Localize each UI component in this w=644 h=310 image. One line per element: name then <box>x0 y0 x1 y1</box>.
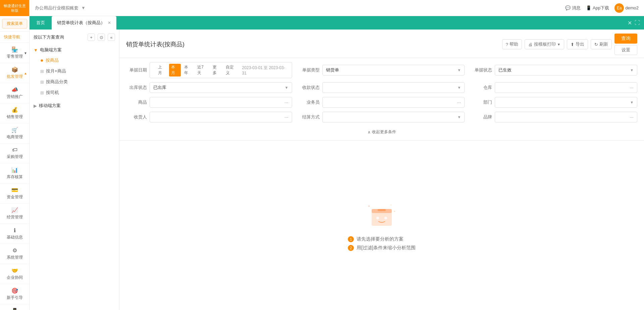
sidebar-item-newguide[interactable]: 🎯 新手引导 <box>0 284 29 304</box>
chevron-right-icon: ▶ <box>34 103 37 108</box>
chevron-down-icon: ▼ <box>457 68 461 72</box>
salesman-label: 业务员 <box>299 99 322 105</box>
date-tab-this-year[interactable]: 本年 <box>182 64 194 76</box>
date-tab-last-month[interactable]: 上月 <box>156 64 168 76</box>
app-download-btn[interactable]: 📱 App下载 <box>586 5 609 11</box>
sidebar-item-wholesale[interactable]: 📦 批发管理 ▲ <box>0 63 29 83</box>
sidebar-item-inventory[interactable]: 📊 库存核算 <box>0 163 29 184</box>
title-actions: ? 帮助 🖨 按模板打印 ▼ ⬆ 导出 ↻ <box>502 39 612 49</box>
scheme-item-by-month-goods[interactable]: ⊞ 按月+商品 <box>30 66 119 76</box>
sidebar-item-retail[interactable]: 🏪 零售管理 ▼ <box>0 43 29 63</box>
avatar: Ea <box>614 3 624 13</box>
warehouse-label: 仓库 <box>471 85 495 91</box>
sidebar-item-system[interactable]: ⚙ 系统管理 <box>0 244 29 264</box>
retail-icon: 🏪 <box>11 46 18 53</box>
basic-info-icon: ℹ <box>14 227 16 234</box>
window-controls: ✕ ⛶ <box>628 20 644 26</box>
sidebar-item-sales[interactable]: 💰 销售管理 <box>0 103 29 123</box>
sidebar-item-enterprise[interactable]: 🤝 企业协同 <box>0 264 29 284</box>
collapse-panel-button[interactable]: « <box>108 34 115 41</box>
query-button[interactable]: 查询 <box>614 34 637 44</box>
svg-text:✦: ✦ <box>368 204 370 208</box>
tab-home[interactable]: 首页 <box>30 16 52 30</box>
template-name: 办公用品行业模拟账套 <box>35 5 78 11</box>
receipt-status-filter[interactable]: ▼ <box>322 82 465 93</box>
scheme-item-by-category[interactable]: ⊞ 按商品分类 <box>30 76 119 87</box>
brand-filter[interactable]: ··· <box>495 112 637 122</box>
empty-illustration: ✦ ✦ ★ <box>362 197 402 231</box>
sidebar-item-app-center[interactable]: 📱 应用中心 <box>0 304 29 310</box>
more-icon: ··· <box>457 100 461 105</box>
topbar-right: 💬 消息 📱 App下载 Ea demo2 <box>565 3 639 13</box>
inventory-icon: 📊 <box>11 167 18 173</box>
marketing-icon: 📣 <box>11 87 18 93</box>
date-tab-more[interactable]: 更多 <box>211 64 222 76</box>
date-filter[interactable]: 上月 本月 本年 近7天 更多 自定义 2023-03-01 至 2023-03… <box>150 62 292 78</box>
svg-text:✦: ✦ <box>393 210 396 213</box>
settings-button[interactable]: 设置 <box>614 45 637 55</box>
settlement-filter[interactable]: ▼ <box>322 112 465 122</box>
collapse-filters-bar[interactable]: ∧ 收起更多条件 <box>126 126 637 136</box>
topbar-left: 办公用品行业模拟账套 ▼ <box>35 5 86 11</box>
doc-status-label: 单据状态 <box>471 67 495 73</box>
content-area: 按以下方案查询 + ⊙ « ▼ 电脑端方案 ● 按商品 ⊞ <box>30 30 644 310</box>
mobile-scheme-group: ▶ 移动端方案 <box>30 99 119 112</box>
svg-point-4 <box>384 217 387 219</box>
pc-scheme-header[interactable]: ▼ 电脑端方案 <box>30 45 119 55</box>
sidebar-item-operations[interactable]: 📈 经营管理 <box>0 204 29 224</box>
print-icon: 🖨 <box>528 42 533 47</box>
edit-scheme-button[interactable]: ⊙ <box>98 34 105 41</box>
tabbar: 首页 销货单统计表（按商品） ✕ ✕ ⛶ <box>30 16 644 30</box>
date-tab-7days[interactable]: 近7天 <box>195 64 209 76</box>
maximize-icon[interactable]: ⛶ <box>635 20 640 26</box>
page-title: 销货单统计表(按商品) <box>126 40 184 48</box>
chevron-down-icon: ▼ <box>630 68 634 72</box>
dept-filter[interactable]: ▼ <box>495 97 637 108</box>
more-icon: ··· <box>284 100 288 105</box>
scheme-item-by-driver[interactable]: ⊞ 按司机 <box>30 87 119 98</box>
sidebar-item-basic-info[interactable]: ℹ 基础信息 <box>0 224 29 244</box>
warehouse-filter[interactable]: ··· <box>495 82 637 93</box>
sales-icon: 💰 <box>11 107 18 113</box>
quick-nav[interactable]: 快捷导航 <box>0 32 29 43</box>
chevron-down-icon: ▼ <box>24 51 27 55</box>
date-tab-custom[interactable]: 自定义 <box>224 64 239 76</box>
empty-state: ✦ ✦ ★ 1 请先选择要分析的方案 2 用[过滤]条件来缩小 <box>348 197 416 254</box>
add-scheme-button[interactable]: + <box>88 34 95 41</box>
message-btn[interactable]: 💬 消息 <box>565 5 581 11</box>
close-window-icon[interactable]: ✕ <box>628 20 632 26</box>
user-menu[interactable]: Ea demo2 <box>614 3 639 13</box>
doc-type-filter[interactable]: 销货单 ▼ <box>322 65 465 75</box>
chevron-down-icon: ▼ <box>457 115 461 119</box>
sidebar-item-ecommerce[interactable]: 🛒 电商管理 <box>0 123 29 144</box>
doc-type-label: 单据类型 <box>299 67 322 73</box>
refresh-button[interactable]: ↻ 刷新 <box>591 39 612 49</box>
grid-icon-1: ⊞ <box>40 69 44 74</box>
wholesale-icon: 📦 <box>11 66 18 73</box>
chevron-up-icon: ▲ <box>24 71 27 75</box>
right-panel: 销货单统计表(按商品) ? 帮助 🖨 按模板打印 ▼ ⬆ <box>119 30 644 310</box>
receipt-status-label: 收款状态 <box>299 85 322 91</box>
salesman-filter[interactable]: ··· <box>322 97 465 108</box>
grid-icon-2: ⊞ <box>40 80 44 85</box>
export-button[interactable]: ⬆ 导出 <box>567 39 588 49</box>
chevron-down-icon: ▼ <box>457 86 461 90</box>
date-tab-this-month[interactable]: 本月 <box>169 64 181 76</box>
date-label: 单据日期 <box>126 67 150 73</box>
sidebar-item-marketing[interactable]: 📣 营销推广 <box>0 83 29 103</box>
goods-filter[interactable]: ··· <box>150 97 292 108</box>
sidebar-item-purchase[interactable]: 🏷 采购管理 <box>0 144 29 163</box>
mobile-scheme-header[interactable]: ▶ 移动端方案 <box>30 101 119 111</box>
refresh-icon: ↻ <box>594 42 598 47</box>
scheme-item-by-goods[interactable]: ● 按商品 <box>30 55 119 66</box>
search-menu-button[interactable]: 搜索菜单 <box>2 19 27 29</box>
print-button[interactable]: 🖨 按模板打印 ▼ <box>525 39 564 49</box>
help-button[interactable]: ? 帮助 <box>502 39 522 49</box>
tab-close-icon[interactable]: ✕ <box>108 20 111 25</box>
tab-sales-report[interactable]: 销货单统计表（按商品） ✕ <box>52 16 116 30</box>
recipient-filter[interactable]: ··· <box>150 112 292 122</box>
doc-status-filter[interactable]: 已生效 ▼ <box>495 65 637 75</box>
sidebar-item-finance[interactable]: 💳 资金管理 <box>0 184 29 204</box>
out-status-filter[interactable]: 已出库 ▼ <box>150 82 292 93</box>
dept-label: 部门 <box>471 99 495 105</box>
